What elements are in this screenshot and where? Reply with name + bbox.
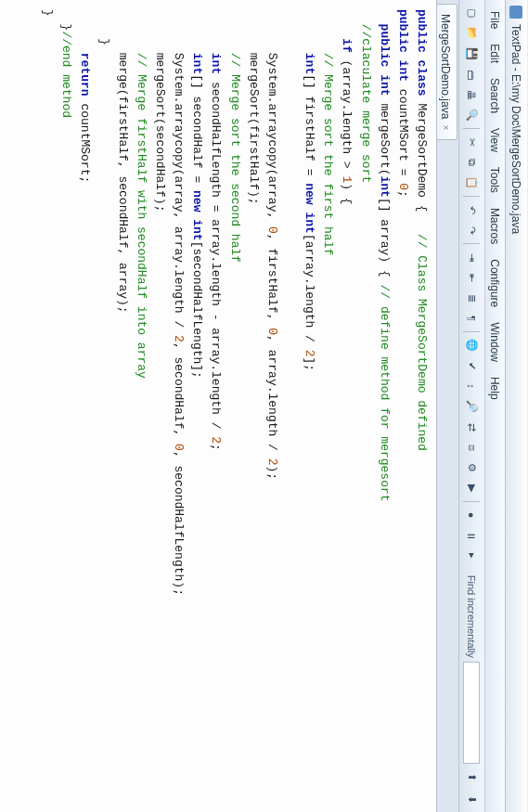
play-icon[interactable]: ▸: [463, 547, 482, 565]
code-text: // Merge sort the first half: [321, 9, 335, 255]
code-text: ];: [303, 357, 316, 372]
open-icon[interactable]: 📂: [463, 24, 482, 43]
menu-edit[interactable]: Edit: [487, 36, 504, 71]
menu-view[interactable]: View: [487, 121, 504, 160]
code-text: System.arraycopy(array,: [265, 9, 279, 226]
toolbar: ▢ 📂 💾 🗃 🖶 🔍 ✂ ⧉ 📋 ↶ ↷ ⇥ ⇤ ≣ ¶ 🌐 ✔ ↕ 🔎 ⇄ …: [458, 0, 484, 812]
code-text: public: [415, 9, 429, 53]
code-text: , firstHalf,: [265, 234, 279, 328]
code-text: int: [303, 205, 316, 234]
menu-help[interactable]: Help: [487, 369, 504, 407]
globe-icon[interactable]: 🌐: [463, 336, 482, 354]
outdent-icon[interactable]: ⇤: [463, 268, 482, 287]
separator: [464, 196, 481, 197]
menu-search[interactable]: Search: [487, 71, 504, 121]
window-title: TextPad - E:\my Doc\MergeSortDemo.java: [510, 24, 523, 234]
code-text: if: [340, 9, 354, 53]
code-text: int: [209, 9, 223, 74]
find-icon[interactable]: 🔎: [463, 397, 482, 416]
code-text: ;: [209, 444, 223, 451]
sort-icon[interactable]: ↕: [463, 377, 482, 395]
separator: [464, 128, 481, 129]
code-text: [secondHalfLength];: [190, 241, 204, 379]
copy-icon[interactable]: ⧉: [463, 153, 482, 172]
new-icon[interactable]: ▢: [463, 4, 482, 22]
code-text: , secondHalfLength);: [172, 451, 186, 596]
menu-tools[interactable]: Tools: [487, 160, 504, 200]
menu-file[interactable]: File: [487, 4, 504, 36]
run-icon[interactable]: ▶: [463, 479, 482, 497]
code-text: merge(firstHalf, secondHalf, array);: [116, 9, 130, 314]
find-box: Find incrementally ⬆ ⬇: [463, 575, 482, 808]
code-text: [] array) {: [378, 198, 392, 277]
app-icon: [510, 6, 523, 19]
paste-icon[interactable]: 📋: [463, 174, 482, 192]
code-text: MergeSortDemo {: [415, 97, 429, 213]
code-text: //end method: [59, 31, 73, 118]
close-icon[interactable]: ×: [441, 124, 451, 130]
replace-icon[interactable]: ⇄: [463, 418, 482, 436]
redo-icon[interactable]: ↷: [463, 221, 482, 239]
record-icon[interactable]: ●: [463, 506, 482, 524]
menu-configure[interactable]: Configure: [487, 251, 504, 315]
code-text: new: [303, 183, 316, 204]
save-icon[interactable]: 💾: [463, 45, 482, 63]
code-text: int: [190, 212, 204, 240]
find-input[interactable]: [464, 662, 481, 764]
code-text: new: [190, 190, 204, 212]
code-text: // Merge sort the second half: [228, 9, 242, 263]
code-text: // Merge firstHalf with secondHalf into …: [135, 9, 148, 379]
tools-icon[interactable]: ⚙: [463, 458, 482, 477]
code-text: , secondHalf,: [172, 342, 186, 444]
menubar: File Edit Search View Tools Macros Confi…: [484, 0, 505, 812]
code-text: (array.length >: [340, 53, 354, 176]
cut-icon[interactable]: ✂: [463, 133, 482, 151]
code-text: 0: [172, 444, 186, 451]
spell-icon[interactable]: ✔: [463, 356, 482, 375]
code-text: );: [265, 466, 279, 481]
code-text: ) {: [340, 183, 354, 204]
code-text: secondHalfLength = array.length - array.…: [209, 74, 223, 436]
code-text: 0: [265, 328, 279, 335]
code-text: //claculate merge sort: [359, 9, 373, 183]
code-text: 2: [172, 335, 186, 342]
code-text: }: [97, 9, 111, 45]
code-text: mergeSort(firstHalf);: [247, 9, 261, 205]
code-text: 0: [396, 183, 410, 190]
code-text: [array.length /: [303, 234, 316, 350]
code-text: mergeSort(: [378, 97, 392, 176]
code-text: int: [396, 53, 410, 82]
menu-window[interactable]: Window: [487, 315, 504, 369]
indent-icon[interactable]: ⇥: [463, 248, 482, 266]
compare-icon[interactable]: ⧈: [463, 438, 482, 457]
code-text: ;: [396, 190, 410, 198]
tab-mergesortdemo[interactable]: MergeSortDemo.java ×: [437, 4, 457, 140]
menu-macros[interactable]: Macros: [487, 200, 504, 251]
find-label: Find incrementally: [467, 575, 478, 658]
code-text: 2: [209, 436, 223, 444]
code-text: int: [378, 175, 392, 197]
code-text: }: [41, 9, 55, 17]
code-text: int: [303, 9, 316, 74]
titlebar: TextPad - E:\my Doc\MergeSortDemo.java: [505, 0, 527, 812]
code-text: 0: [265, 226, 279, 234]
print-icon[interactable]: 🖶: [463, 85, 482, 104]
code-text: countMSort;: [78, 97, 92, 184]
code-text: countMSort =: [396, 82, 410, 183]
pause-icon[interactable]: ⏸: [463, 526, 482, 545]
code-editor[interactable]: public class MergeSortDemo { // Class Me…: [0, 0, 436, 812]
code-text: public: [378, 9, 392, 67]
para-icon[interactable]: ¶: [463, 309, 482, 328]
saveall-icon[interactable]: 🗃: [463, 65, 482, 84]
tab-label: MergeSortDemo.java: [440, 14, 453, 119]
code-text: System.arraycopy(array, array.length /: [172, 9, 186, 335]
code-text: 2: [265, 458, 279, 466]
undo-icon[interactable]: ↶: [463, 200, 482, 219]
find-prev-icon[interactable]: ⬆: [463, 767, 482, 786]
code-text: mergeSort(secondHalf);: [153, 9, 167, 212]
preview-icon[interactable]: 🔍: [463, 106, 482, 124]
wrap-icon[interactable]: ≣: [463, 289, 482, 307]
find-next-icon[interactable]: ⬇: [463, 790, 482, 808]
code-text: , array.length /: [265, 335, 279, 458]
code-text: public: [396, 9, 410, 53]
